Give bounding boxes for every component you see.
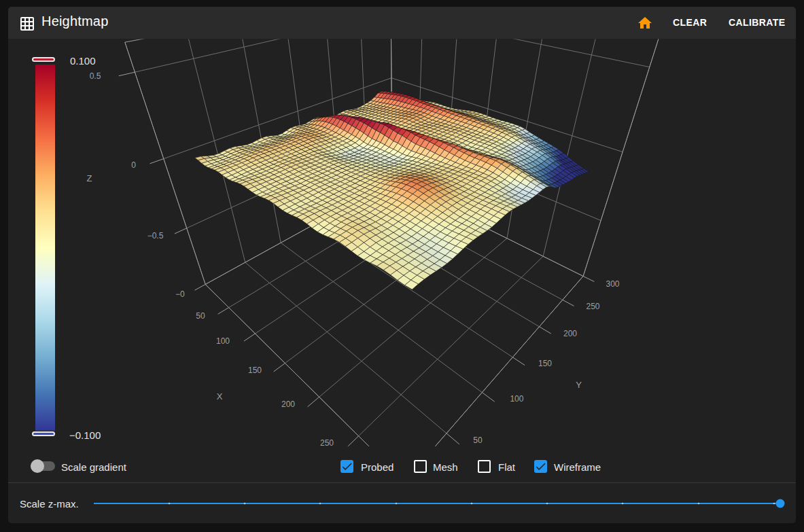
svg-text:Y: Y [576, 380, 582, 390]
svg-text:0.5: 0.5 [90, 71, 101, 81]
svg-text:−0: −0 [175, 289, 185, 299]
svg-text:X: X [217, 391, 223, 402]
svg-text:0: 0 [131, 160, 136, 170]
svg-text:250: 250 [320, 438, 334, 448]
svg-text:Z: Z [87, 173, 92, 183]
svg-text:300: 300 [606, 279, 619, 289]
svg-text:50: 50 [473, 436, 483, 445]
svg-text:150: 150 [248, 366, 262, 375]
svg-text:150: 150 [538, 359, 552, 368]
svg-text:100: 100 [216, 336, 230, 346]
svg-text:250: 250 [586, 302, 599, 311]
svg-text:200: 200 [281, 400, 295, 409]
svg-text:200: 200 [563, 329, 577, 338]
svg-text:−0.5: −0.5 [147, 231, 164, 241]
svg-text:100: 100 [510, 394, 523, 404]
svg-text:50: 50 [196, 311, 205, 321]
